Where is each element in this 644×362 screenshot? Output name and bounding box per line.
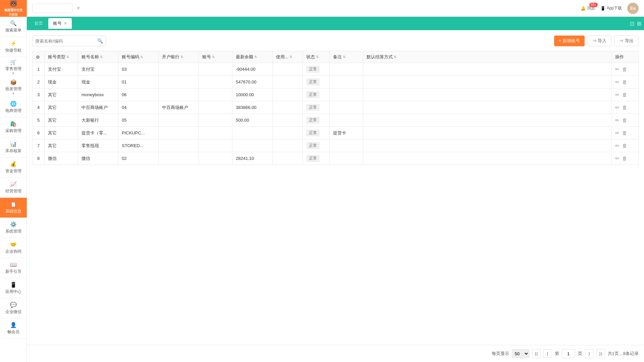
th-code[interactable]: 账号编码 ⇅ xyxy=(118,51,159,63)
th-name[interactable]: 账号名称 ⇅ xyxy=(78,51,118,63)
edit-icon[interactable]: ✏ xyxy=(615,130,620,136)
minimize-icon[interactable]: ⊡ xyxy=(630,20,634,27)
page-input[interactable] xyxy=(562,349,575,358)
th-status[interactable]: 状态 ⇅ xyxy=(303,51,330,63)
tab-close-icon[interactable]: ✕ xyxy=(64,21,67,26)
th-gear[interactable]: ⚙ xyxy=(33,51,45,63)
messages-button[interactable]: 🔔 消息 99+ xyxy=(581,5,595,11)
edit-icon[interactable]: ✏ xyxy=(615,79,620,85)
delete-icon[interactable]: 🗑 xyxy=(622,105,627,110)
row-type: 其它 xyxy=(45,139,78,152)
sidebar-item-label: 电商管理 xyxy=(5,108,21,114)
row-num: 3 xyxy=(33,88,45,101)
sidebar-item-ecommerce-mgmt[interactable]: 🌐 电商管理 xyxy=(0,97,27,117)
th-remark[interactable]: 备注 ⇅ xyxy=(330,51,363,63)
row-status: 正常 xyxy=(303,76,330,88)
topbar-dropdown-icon[interactable]: ▼ xyxy=(76,5,81,11)
row-usage xyxy=(273,152,303,165)
topbar-search-input[interactable] xyxy=(32,4,72,13)
edit-icon[interactable]: ✏ xyxy=(615,92,620,98)
row-name: 支付宝 xyxy=(78,63,118,76)
sort-icon: ⇅ xyxy=(180,55,183,59)
tab-account[interactable]: 账号 ✕ xyxy=(48,18,72,29)
delete-icon[interactable]: 🗑 xyxy=(622,79,627,85)
th-type-label: 账号类型 xyxy=(48,54,65,60)
ecommerce-icon: 🌐 xyxy=(10,101,17,107)
add-account-button[interactable]: + 新增账号 xyxy=(554,36,585,46)
status-badge: 正常 xyxy=(306,78,320,85)
sidebar-item-basic-info[interactable]: 📋 基础信息 xyxy=(0,198,27,218)
edit-icon[interactable]: ✏ xyxy=(615,117,620,123)
next-page-button[interactable]: ⟩ xyxy=(585,349,594,358)
accounts-table: ⚙ 账号类型 ⇅ 账号名称 ⇅ xyxy=(32,51,639,165)
sidebar-item-label: 企业协同 xyxy=(5,249,21,254)
row-actions: ✏ 🗑 xyxy=(612,63,639,76)
sidebar-item-app-center[interactable]: 📱 应用中心 xyxy=(0,278,27,298)
tab-home[interactable]: 首页 xyxy=(30,18,48,29)
th-name-label: 账号名称 xyxy=(82,54,99,60)
sidebar-item-purchase-mgmt[interactable]: 🛍️ 采购管理 xyxy=(0,117,27,137)
row-status: 正常 xyxy=(303,101,330,114)
add-account-label: + 新增账号 xyxy=(559,38,580,44)
sidebar-item-label: 快捷导航 xyxy=(5,48,21,53)
th-balance[interactable]: 最新余额 ⇅ xyxy=(232,51,273,63)
row-num: 1 xyxy=(33,63,45,76)
edit-icon[interactable]: ✏ xyxy=(615,105,620,111)
row-bank xyxy=(159,76,199,88)
tab-actions: ⊡ ⊞ xyxy=(630,20,641,27)
search-icon[interactable]: 🔍 xyxy=(97,38,103,44)
edit-icon[interactable]: ✏ xyxy=(615,156,620,162)
row-default-settlement xyxy=(363,127,612,139)
maximize-icon[interactable]: ⊞ xyxy=(637,20,641,27)
sidebar-item-operations-mgmt[interactable]: 📈 经营管理 xyxy=(0,178,27,198)
sidebar-item-system-mgmt[interactable]: ⚙️ 系统管理 xyxy=(0,218,27,238)
sidebar-item-enterprise-protocol[interactable]: 🤝 企业协同 xyxy=(0,238,27,258)
row-code: 04 xyxy=(118,101,159,114)
sidebar-item-inventory[interactable]: 📊 库存核算 xyxy=(0,137,27,158)
th-bank[interactable]: 开户银行 ⇅ xyxy=(159,51,199,63)
import-button[interactable]: ⇒ 导入 xyxy=(587,36,612,46)
table-row: 8 微信 微信 02 28241.10 正常 ✏ 🗑 xyxy=(33,152,639,165)
settings-icon: ⚙ xyxy=(36,55,40,60)
delete-icon[interactable]: 🗑 xyxy=(622,66,627,72)
total-info: 共1页，8条记录 xyxy=(608,351,639,357)
user-avatar[interactable]: Ea xyxy=(627,3,639,14)
edit-icon[interactable]: ✏ xyxy=(615,66,620,72)
delete-icon[interactable]: 🗑 xyxy=(622,117,627,123)
sort-icon: ⇅ xyxy=(394,55,396,59)
app-download-button[interactable]: 📱 App下载 xyxy=(600,5,622,11)
sidebar-item-wholesale-mgmt[interactable]: 📦 批发管理 ▼ xyxy=(0,77,27,97)
row-code: 05 xyxy=(118,114,159,127)
edit-icon[interactable]: ✏ xyxy=(615,143,620,149)
first-page-button[interactable]: ⟨⟨ xyxy=(532,349,541,358)
sidebar-item-retail-mgmt[interactable]: 🛒 零售管理 ▼ xyxy=(0,57,27,77)
th-action-label: 操作 xyxy=(615,54,624,59)
last-page-button[interactable]: ⟩⟩ xyxy=(596,349,605,358)
search-menu-icon: 🔍 xyxy=(10,20,17,26)
delete-icon[interactable]: 🗑 xyxy=(622,143,627,148)
sidebar-item-quick-nav[interactable]: ⚡ 快捷导航 xyxy=(0,37,27,57)
sidebar-item-enterprise-wechat[interactable]: 💬 企业微信 xyxy=(0,298,27,318)
row-num: 8 xyxy=(33,152,45,165)
th-type[interactable]: 账号类型 ⇅ xyxy=(45,51,78,63)
prev-page-button[interactable]: ⟨ xyxy=(543,349,552,358)
delete-icon[interactable]: 🗑 xyxy=(622,156,627,161)
sidebar-item-capital-mgmt[interactable]: 💰 资金管理 xyxy=(0,158,27,178)
version-label: 乐版版 xyxy=(9,12,18,17)
sidebar-item-search-menu[interactable]: 🔍 搜索菜单 xyxy=(0,17,27,37)
th-default-settlement[interactable]: 默认结算方式 ⇅ xyxy=(363,51,612,63)
export-button[interactable]: ⇒ 导出 xyxy=(614,36,639,46)
per-page-select[interactable]: 50 100 xyxy=(512,349,529,358)
topbar-right: 🔔 消息 99+ 📱 App下载 Ea xyxy=(581,3,639,14)
th-account[interactable]: 账号 ⇅ xyxy=(199,51,232,63)
delete-icon[interactable]: 🗑 xyxy=(622,92,627,98)
th-usage[interactable]: 使用... ⇅ xyxy=(273,51,303,63)
row-name: 现金 xyxy=(78,76,118,88)
delete-icon[interactable]: 🗑 xyxy=(622,130,627,136)
import-label: ⇒ 导入 xyxy=(592,38,607,44)
sidebar-item-beginner-guide[interactable]: 📖 新手引导 xyxy=(0,258,27,278)
sidebar-item-member[interactable]: 👤 畅会员 xyxy=(0,318,27,339)
th-bank-label: 开户银行 xyxy=(162,54,179,60)
row-bank xyxy=(159,114,199,127)
search-input[interactable] xyxy=(35,39,97,44)
